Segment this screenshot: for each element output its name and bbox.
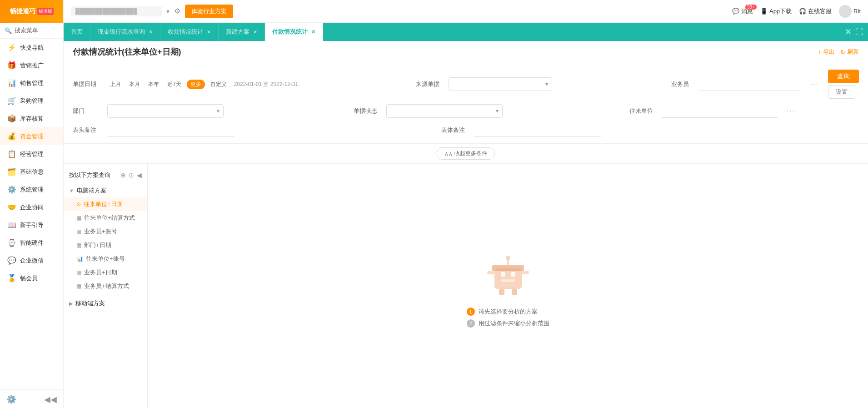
scheme-group-pc-header[interactable]: ▼ 电脑端方案 <box>64 184 147 197</box>
tab-home[interactable]: 首页 <box>64 23 90 41</box>
export-button[interactable]: ↑ 导出 <box>818 48 835 56</box>
tab-bar-actions: ✕ ⛶ <box>845 23 868 41</box>
scheme-item-partner-account[interactable]: 📊 往来单位+账号 <box>64 252 147 266</box>
tab-receipt-close-icon[interactable]: ✕ <box>207 29 211 35</box>
page-actions: ↑ 导出 ↻ 刷新 <box>818 48 859 56</box>
partner-input[interactable] <box>662 104 778 118</box>
scheme-item-partner-date[interactable]: ⊙ 往来单位+日期 <box>64 197 147 211</box>
sidebar-item-marketing[interactable]: 🎁 营销推广 <box>0 56 63 74</box>
refresh-label: 刷新 <box>847 48 859 56</box>
svg-rect-2 <box>501 272 505 277</box>
head-note-input[interactable] <box>107 123 234 137</box>
side-panel: 按以下方案查询 ⊕ ⊙ ◀ ▼ 电脑端方案 ⊙ 往来单位+日期 <box>64 164 148 409</box>
collapse-button[interactable]: ∧∧ 收起更多条件 <box>437 147 495 160</box>
svg-rect-3 <box>511 272 515 277</box>
nav-label-system: 系统管理 <box>20 186 44 194</box>
scheme-item-salesman-date[interactable]: ▦ 业务员+日期 <box>64 266 147 279</box>
tab-maximize-icon[interactable]: ⛶ <box>855 27 863 37</box>
message-button[interactable]: 💬 消息 99+ <box>732 7 753 15</box>
salesman-filter-label: 业务员 <box>666 80 689 88</box>
scheme-item-salesman-date-label: 业务员+日期 <box>84 268 117 277</box>
logo-text: 畅捷通巧 <box>10 7 35 15</box>
user-menu[interactable]: Rit <box>839 5 861 18</box>
date-option-this-year[interactable]: 本年 <box>145 80 162 89</box>
partner-more-icon[interactable]: ··· <box>787 107 795 115</box>
tab-close-all-icon[interactable]: ✕ <box>845 27 852 37</box>
body-note-label: 表体备注 <box>438 126 465 134</box>
settings-footer-icon[interactable]: ⚙️ <box>6 394 16 404</box>
export-label: 导出 <box>823 48 835 56</box>
tab-new-plan-close-icon[interactable]: ✕ <box>253 29 257 35</box>
setting-button[interactable]: 设置 <box>828 85 855 99</box>
sidebar-item-funds[interactable]: 💰 资金管理 <box>0 127 63 145</box>
source-filter-label: 来源单据 <box>412 80 439 88</box>
sidebar-item-sales[interactable]: 📊 销售管理 <box>0 74 63 92</box>
scheme-item-salesman-settle[interactable]: ▦ 业务员+结算方式 <box>64 279 147 293</box>
sidebar-item-operation[interactable]: 📋 经营管理 <box>0 145 63 163</box>
nav-icon-basic: 🗂️ <box>7 167 16 176</box>
head-note-label: 表头备注 <box>73 126 98 134</box>
nav-label-sales: 销售管理 <box>20 79 44 87</box>
sidebar-item-hardware[interactable]: ⌚ 智能硬件 <box>0 234 63 252</box>
date-option-7days[interactable]: 近7天 <box>165 80 184 89</box>
sidebar-item-basic[interactable]: 🗂️ 基础信息 <box>0 163 63 181</box>
bill-status-select[interactable]: ▾ <box>386 104 503 118</box>
body-note-input[interactable] <box>474 123 601 137</box>
scheme-item-salesman-settle-icon: ▦ <box>76 283 81 289</box>
salesman-more-icon[interactable]: ··· <box>810 80 819 88</box>
service-icon: 🎧 <box>799 8 806 15</box>
scheme-settings-icon[interactable]: ⊙ <box>129 172 134 179</box>
lower-area: 按以下方案查询 ⊕ ⊙ ◀ ▼ 电脑端方案 ⊙ 往来单位+日期 <box>64 164 868 409</box>
nav-icon-enterprise: 🤝 <box>7 203 16 212</box>
addr-gear-icon[interactable]: ⚙ <box>174 7 180 15</box>
sidebar-item-guide[interactable]: 📖 新手引导 <box>0 216 63 234</box>
add-scheme-icon[interactable]: ⊕ <box>120 172 126 179</box>
nav-label-wechat: 企业微信 <box>20 257 44 265</box>
svg-point-6 <box>506 256 510 260</box>
online-service-button[interactable]: 🎧 在线客服 <box>799 7 832 15</box>
sidebar-item-wechat[interactable]: 💬 企业微信 <box>0 252 63 269</box>
scheme-item-partner-settle[interactable]: ▦ 往来单位+结算方式 <box>64 211 147 225</box>
tab-payment-close-icon[interactable]: ✕ <box>311 29 315 35</box>
sidebar-item-vip[interactable]: 🏅 畅会员 <box>0 269 63 287</box>
scheme-group-mobile-header[interactable]: ▶ 移动端方案 <box>64 297 147 310</box>
sidebar-item-system[interactable]: ⚙️ 系统管理 <box>0 181 63 198</box>
addr-chevron-icon[interactable]: ▾ <box>166 8 170 15</box>
sidebar-item-stock[interactable]: 📦 库存核算 <box>0 110 63 127</box>
refresh-button[interactable]: ↻ 刷新 <box>840 48 859 56</box>
trial-button[interactable]: 体验行业方案 <box>185 5 233 18</box>
tab-receipt-label: 收款情况统计 <box>168 28 203 36</box>
date-option-custom[interactable]: 自定义 <box>208 80 229 89</box>
date-option-this-month[interactable]: 本月 <box>126 80 143 89</box>
svg-rect-0 <box>494 268 522 289</box>
nav-label-hardware: 智能硬件 <box>20 239 44 247</box>
date-option-last-month[interactable]: 上月 <box>107 80 124 89</box>
app-download-button[interactable]: 📱 App下载 <box>760 7 792 15</box>
bill-status-select-arrow-icon: ▾ <box>496 108 499 114</box>
tab-receipt[interactable]: 收款情况统计 ✕ <box>160 23 219 41</box>
scheme-group-pc-chevron-icon: ▼ <box>69 188 74 193</box>
tab-new-plan[interactable]: 新建方案 ✕ <box>219 23 265 41</box>
tab-bank-close-icon[interactable]: ✕ <box>149 29 153 35</box>
svg-rect-8 <box>522 271 529 274</box>
collapse-panel-icon[interactable]: ◀ <box>137 172 142 179</box>
salesman-input[interactable] <box>698 77 801 91</box>
sidebar-search[interactable]: 🔍 搜索菜单 <box>0 23 63 39</box>
collapse-sidebar-icon[interactable]: ◀◀ <box>44 394 57 404</box>
source-select[interactable]: ▾ <box>449 77 553 91</box>
dept-select[interactable]: ▾ <box>107 104 224 118</box>
header-right: 💬 消息 99+ 📱 App下载 🎧 在线客服 Rit <box>732 5 861 18</box>
date-option-more[interactable]: 更多 <box>187 80 205 89</box>
sidebar-item-enterprise[interactable]: 🤝 企业协同 <box>0 198 63 216</box>
tab-payment[interactable]: 付款情况统计 ✕ <box>265 23 323 41</box>
sidebar-item-quick-nav[interactable]: ⚡ 快捷导航 <box>0 39 63 56</box>
nav-icon-operation: 📋 <box>7 150 16 158</box>
scheme-item-dept-date[interactable]: ▦ 部门+日期 <box>64 238 147 252</box>
nav-icon-funds: 💰 <box>7 132 16 141</box>
tab-bank[interactable]: 现金银行流水查询 ✕ <box>90 23 160 41</box>
scheme-item-salesman-settle-label: 业务员+结算方式 <box>84 282 129 290</box>
notification-badge: 99+ <box>745 5 757 10</box>
scheme-item-salesman-account[interactable]: ▦ 业务员+账号 <box>64 225 147 238</box>
sidebar-item-purchase[interactable]: 🛒 采购管理 <box>0 92 63 110</box>
query-button[interactable]: 查询 <box>828 70 859 83</box>
